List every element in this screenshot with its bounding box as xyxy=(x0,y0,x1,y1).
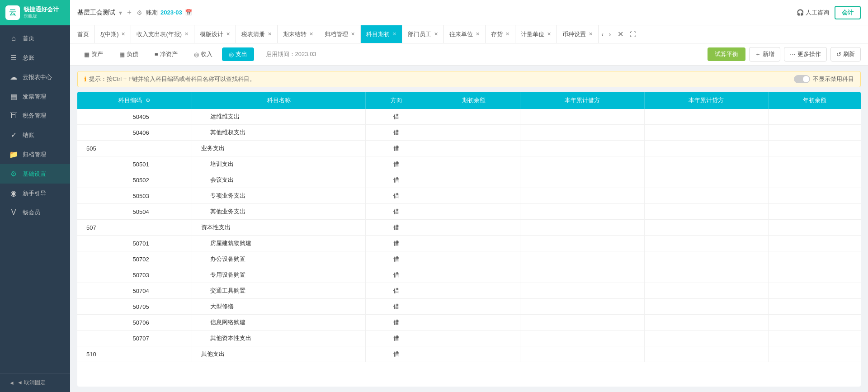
app-logo: 云 畅捷通好会计 旗舰版 xyxy=(0,0,70,25)
tab-prev-button[interactable]: ‹ xyxy=(599,25,606,43)
tab-tax-table[interactable]: 税表清册 ✕ xyxy=(236,25,278,43)
sidebar-item-label: 新手引导 xyxy=(23,189,46,198)
period-display: 启用期间：2023.03 xyxy=(266,50,316,58)
table-row[interactable]: 50706信息网络购建借 xyxy=(77,315,861,331)
add-icon: ＋ xyxy=(755,50,761,58)
sidebar-item-label: 发票管理 xyxy=(23,93,46,101)
col-settings-icon[interactable]: ⚙ xyxy=(146,97,151,104)
sidebar-item-member[interactable]: V 畅会员 xyxy=(0,203,70,222)
table-row[interactable]: 50405运维维支出借 xyxy=(77,109,861,125)
tab-label: 首页 xyxy=(77,30,89,38)
tab-next-button[interactable]: › xyxy=(606,25,614,43)
tab-close-icon[interactable]: ✕ xyxy=(268,31,272,37)
tab-close-icon[interactable]: ✕ xyxy=(184,31,189,37)
tab-close-icon[interactable]: ✕ xyxy=(351,31,355,37)
sub-tab-liabilities[interactable]: ▦ 负债 xyxy=(113,47,145,61)
info-icon: ℹ xyxy=(84,76,86,83)
chevron-down-icon[interactable]: ▾ xyxy=(119,9,122,16)
add-label: 新增 xyxy=(763,50,774,58)
cell-initial-balance xyxy=(427,156,520,172)
table-row[interactable]: 50705大型修缮借 xyxy=(77,299,861,315)
tab-close-icon[interactable]: ✕ xyxy=(589,31,593,37)
sidebar-item-home[interactable]: ⌂ 首页 xyxy=(0,29,70,48)
tab-close-icon[interactable]: ✕ xyxy=(505,31,509,37)
table-row[interactable]: 505业务支出借 xyxy=(77,141,861,156)
tab-expand-button[interactable]: ⛶ xyxy=(627,25,639,43)
add-icon[interactable]: ＋ xyxy=(126,8,133,17)
tab-period-end[interactable]: 期末结转 ✕ xyxy=(278,25,319,43)
disabled-toggle-switch[interactable] xyxy=(794,75,810,83)
sub-tab-assets[interactable]: ▦ 资产 xyxy=(77,47,110,61)
sidebar-item-label: 归档管理 xyxy=(23,151,46,159)
help-button[interactable]: 🎧 人工咨询 xyxy=(797,9,829,17)
tab-close-icon[interactable]: ✕ xyxy=(309,31,313,37)
table-row[interactable]: 50702办公设备购置借 xyxy=(77,251,861,267)
more-actions-button[interactable]: ⋯ 更多操作 xyxy=(784,47,827,61)
sub-tab-label: 收入 xyxy=(201,50,212,58)
cell-name: 信息网络购建 xyxy=(192,315,366,331)
table-scroll-area[interactable]: 科目编码 ⚙ 科目名称 方向 期初余额 xyxy=(77,92,861,387)
tab-close-icon[interactable]: ✕ xyxy=(392,31,396,37)
tab-annual-report[interactable]: 收入支出表(年报) ✕ xyxy=(131,25,194,43)
table-row[interactable]: 510其他支出借 xyxy=(77,346,861,362)
cell-code: 50504 xyxy=(77,204,192,220)
table-row[interactable]: 50501培训支出借 xyxy=(77,156,861,172)
sidebar-item-reports[interactable]: ☁ 云报表中心 xyxy=(0,67,70,87)
cell-year-initial xyxy=(769,236,861,251)
tab-unit[interactable]: 计量单位 ✕ xyxy=(515,25,557,43)
tab-currency[interactable]: 币种设置 ✕ xyxy=(557,25,599,43)
refresh-button[interactable]: ↺ 刷新 xyxy=(830,47,861,61)
table-row[interactable]: 50502会议支出借 xyxy=(77,172,861,188)
tab-label: 期末结转 xyxy=(283,30,307,38)
settings-gear-icon[interactable]: ⚙ xyxy=(137,9,142,16)
cell-year-initial xyxy=(769,220,861,236)
tab-close-icon[interactable]: ✕ xyxy=(121,31,125,37)
table-row[interactable]: 50504其他业务支出借 xyxy=(77,204,861,220)
tab-template-design[interactable]: 模版设计 ✕ xyxy=(194,25,236,43)
sidebar-item-tax[interactable]: ⛩ 税务管理 xyxy=(0,106,70,125)
sub-tab-net-assets[interactable]: ≡ 净资产 xyxy=(148,47,184,61)
cell-ytd-credit xyxy=(644,125,769,141)
tab-home[interactable]: 首页 xyxy=(72,25,95,43)
account-button[interactable]: 会计 xyxy=(835,6,861,19)
tab-close-all-button[interactable]: ✕ xyxy=(614,25,627,43)
cell-initial-balance xyxy=(427,315,520,331)
cell-ytd-credit xyxy=(644,204,769,220)
sidebar-item-close[interactable]: ✓ 结账 xyxy=(0,125,70,145)
tab-department[interactable]: 部门员工 ✕ xyxy=(402,25,444,43)
tab-close-icon[interactable]: ✕ xyxy=(547,31,551,37)
cell-year-initial xyxy=(769,346,861,362)
sidebar-item-settings[interactable]: ⚙ 基础设置 xyxy=(0,164,70,184)
table-row[interactable]: 50707其他资本性支出借 xyxy=(77,331,861,346)
sidebar-item-archive[interactable]: 📁 归档管理 xyxy=(0,145,70,164)
sidebar-item-ledger[interactable]: ☰ 总账 xyxy=(0,48,70,67)
calendar-icon[interactable]: 📅 xyxy=(185,9,192,16)
tab-subject-initial[interactable]: 科目期初 ✕ xyxy=(361,25,402,43)
table-row[interactable]: 50703专用设备购置借 xyxy=(77,267,861,283)
tab-contacts[interactable]: 往来单位 ✕ xyxy=(444,25,486,43)
tab-close-icon[interactable]: ✕ xyxy=(434,31,438,37)
table-row[interactable]: 507资本性支出借 xyxy=(77,220,861,236)
sub-tab-expenditure[interactable]: ◎ 支出 xyxy=(222,47,254,61)
tab-archive[interactable]: 归档管理 ✕ xyxy=(319,25,361,43)
headset-icon: 🎧 xyxy=(797,9,804,16)
cell-ytd-debit xyxy=(520,251,644,267)
add-button[interactable]: ＋ 新增 xyxy=(749,47,780,61)
cell-ytd-credit xyxy=(644,283,769,299)
tab-close-icon[interactable]: ✕ xyxy=(226,31,230,37)
table-row[interactable]: 50503专项业务支出借 xyxy=(77,188,861,204)
col-direction: 方向 xyxy=(366,92,427,109)
sidebar-item-guide[interactable]: ◉ 新手引导 xyxy=(0,184,70,203)
sub-tab-income[interactable]: ◎ 收入 xyxy=(187,47,219,61)
table-row[interactable]: 50704交通工具购置借 xyxy=(77,283,861,299)
table-row[interactable]: 50406其他维权支出借 xyxy=(77,125,861,141)
tab-inventory[interactable]: 存货 ✕ xyxy=(486,25,515,43)
tab-interim[interactable]: ξ(中期) ✕ xyxy=(95,25,131,43)
sidebar-collapse-button[interactable]: ◄ ◄ 取消固定 xyxy=(0,373,70,392)
cell-code: 510 xyxy=(77,346,192,362)
balance-button[interactable]: 试算平衡 xyxy=(708,47,745,61)
sidebar-item-invoice[interactable]: ▤ 发票管理 xyxy=(0,87,70,106)
table-row[interactable]: 50701房屋建筑物购建借 xyxy=(77,236,861,251)
cell-code: 50706 xyxy=(77,315,192,331)
tab-close-icon[interactable]: ✕ xyxy=(476,31,480,37)
